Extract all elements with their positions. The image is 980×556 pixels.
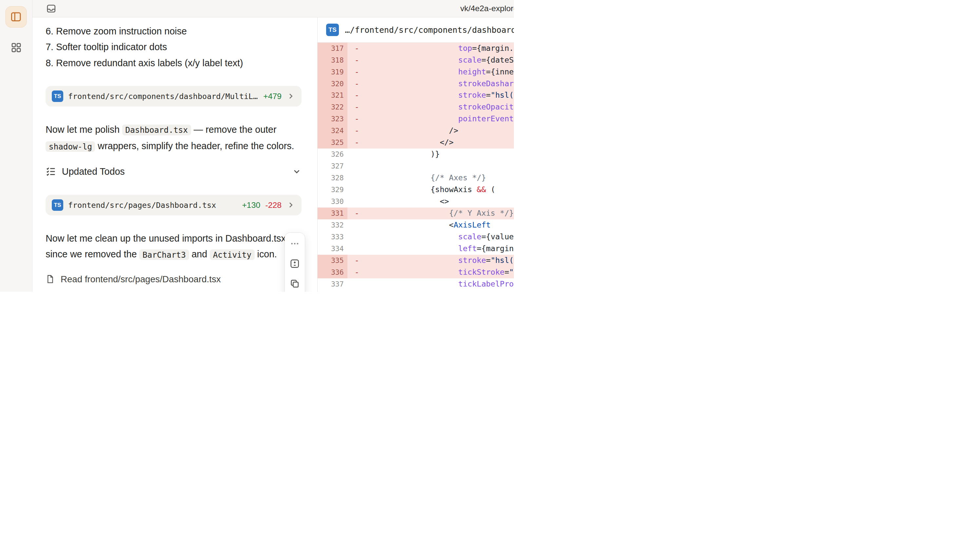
removed-count: -228 — [265, 200, 281, 210]
diff-row: 322- strokeOpacity={0.2} — [318, 101, 514, 113]
inline-code: Dashboard.tsx — [122, 124, 191, 136]
diff-row: 332 <AxisLeft312 <AxisLeft — [318, 219, 514, 231]
code-line: <> — [366, 196, 514, 207]
message-hover-toolbar — [284, 233, 305, 292]
updated-todos-row[interactable]: Updated Todos — [45, 163, 302, 180]
line-number[interactable]: 317 — [318, 43, 348, 55]
diff-marker — [347, 196, 366, 207]
line-number[interactable]: 327 — [318, 160, 348, 172]
line-number[interactable]: 324 — [318, 125, 348, 137]
titlebar: vk/4e2a-explore-the-code — [32, 0, 514, 18]
diff-row: 338 fill: 'hsl(var(--muted-foreground))'… — [318, 290, 514, 292]
diff-marker: - — [347, 255, 366, 267]
file-change-chip-multilinearea[interactable]: TS frontend/src/components/dashboard/Mul… — [45, 86, 302, 107]
diff-row: 324- /> — [318, 125, 514, 137]
diff-cell-del: 336- tickStroke="hsl(var(--border))" — [318, 267, 514, 278]
list-item: 6. Remove zoom instruction noise — [45, 23, 302, 39]
diff-marker: - — [347, 66, 366, 78]
line-number[interactable]: 334 — [318, 243, 348, 255]
window-title: vk/4e2a-explore-the-code — [460, 4, 514, 13]
line-number[interactable]: 323 — [318, 113, 348, 125]
inline-code: BarChart3 — [139, 249, 189, 260]
line-number[interactable]: 330 — [318, 196, 348, 207]
workspace-tab-active[interactable] — [6, 6, 27, 27]
diff-marker: - — [347, 89, 366, 101]
line-number[interactable]: 321 — [318, 89, 348, 101]
diff-marker: - — [347, 101, 366, 113]
diff-cell-ctx: 334 left={margin.left} — [318, 243, 514, 255]
chat-scroll-area[interactable]: 6. Remove zoom instruction noise 7. Soft… — [32, 18, 317, 292]
diff-row: 334 left={margin.left}314 left={margin.l… — [318, 243, 514, 255]
diff-cell-ctx: 338 fill: 'hsl(var(--muted-foreground))'… — [318, 290, 514, 292]
diff-cell-del: 322- strokeOpacity={0.2} — [318, 101, 514, 113]
workspace-icon — [10, 11, 22, 22]
diff-row: 319- height={innerHeight} — [318, 66, 514, 78]
diff-row: 318- scale={dateScale} — [318, 55, 514, 66]
diff-row: 320- strokeDasharray="2,4" — [318, 78, 514, 90]
line-number[interactable]: 338 — [318, 290, 348, 292]
file-change-chip-dashboard[interactable]: TS frontend/src/pages/Dashboard.tsx +130… — [45, 195, 302, 215]
workspace-grid-button[interactable] — [7, 39, 24, 56]
tray-icon — [46, 3, 57, 14]
copy-button[interactable] — [288, 277, 302, 291]
more-options-button[interactable] — [288, 237, 302, 251]
line-number[interactable]: 333 — [318, 231, 348, 243]
code-line: fill: 'hsl(var(--muted-foreground))', — [366, 290, 514, 292]
code-line: left={margin.left} — [366, 243, 514, 255]
diff-row: 321- stroke="hsl(var(--border))" — [318, 89, 514, 101]
diff-cell-del: 325- </> — [318, 137, 514, 149]
diff-marker — [347, 278, 366, 290]
line-number[interactable]: 318 — [318, 55, 348, 66]
diff-marker — [347, 160, 366, 172]
diff-row: 328 {/* Axes */}309 {/* Axes */} — [318, 172, 514, 184]
view-diff-button[interactable] — [288, 257, 302, 270]
copy-icon — [290, 279, 300, 289]
ts-file-icon: TS — [326, 24, 339, 36]
diff-row: 326 )}307 )} — [318, 149, 514, 160]
diff-row: 329 {showAxis && (310 {showAxis && ( — [318, 184, 514, 196]
code-line: {/* Axes */} — [366, 172, 514, 184]
line-number[interactable]: 319 — [318, 66, 348, 78]
diff-cell-ctx: 332 <AxisLeft — [318, 219, 514, 231]
diff-cell-del: 319- height={innerHeight} — [318, 66, 514, 78]
line-number[interactable]: 336 — [318, 267, 348, 278]
line-number[interactable]: 328 — [318, 172, 348, 184]
line-number[interactable]: 337 — [318, 278, 348, 290]
code-line: )} — [366, 149, 514, 160]
chat-panel: 6. Remove zoom instruction noise 7. Soft… — [32, 18, 318, 292]
line-number[interactable]: 331 — [318, 207, 348, 219]
diff-header: TS …/frontend/src/components/dashboard/M… — [318, 18, 514, 42]
chevron-right-icon — [286, 200, 295, 210]
diff-marker: - — [347, 137, 366, 149]
left-rail: ★ 22k 346 — [0, 0, 32, 292]
line-number[interactable]: 329 — [318, 184, 348, 196]
diff-cell-del: 317- top={margin.top} — [318, 43, 514, 55]
code-line: strokeOpacity={0.2} — [366, 101, 514, 113]
window-tabs-button[interactable] — [46, 3, 57, 14]
ellipsis-icon — [290, 239, 300, 249]
code-line — [366, 160, 514, 172]
line-number[interactable]: 335 — [318, 255, 348, 267]
diff-marker: - — [347, 43, 366, 55]
line-number[interactable]: 322 — [318, 101, 348, 113]
ts-file-icon: TS — [52, 199, 63, 210]
code-line: tickLabelProps={{ — [366, 278, 514, 290]
read-file-row[interactable]: Read frontend/src/pages/Dashboard.tsx — [45, 272, 302, 287]
code-line: tickStroke="hsl(var(--border))" — [366, 267, 514, 278]
line-number[interactable]: 325 — [318, 137, 348, 149]
inline-code: Activity — [210, 249, 255, 260]
line-number[interactable]: 320 — [318, 78, 348, 90]
diff-row: 325- </> — [318, 137, 514, 149]
chevron-right-icon — [286, 92, 295, 101]
diff-cell-ctx: 330 <> — [318, 196, 514, 207]
line-number[interactable]: 326 — [318, 149, 348, 160]
diff-rows[interactable]: 317- top={margin.top}318- scale={dateSca… — [318, 43, 514, 292]
diff-row: 337 tickLabelProps={{317 tickLabelProps=… — [318, 278, 514, 290]
list-item: 7. Softer tooltip indicator dots — [45, 39, 302, 55]
diff-marker: - — [347, 125, 366, 137]
diff-marker — [347, 172, 366, 184]
code-line: scale={dateScale} — [366, 55, 514, 66]
code-line: {showAxis && ( — [366, 184, 514, 196]
diff-marker — [347, 219, 366, 231]
line-number[interactable]: 332 — [318, 219, 348, 231]
